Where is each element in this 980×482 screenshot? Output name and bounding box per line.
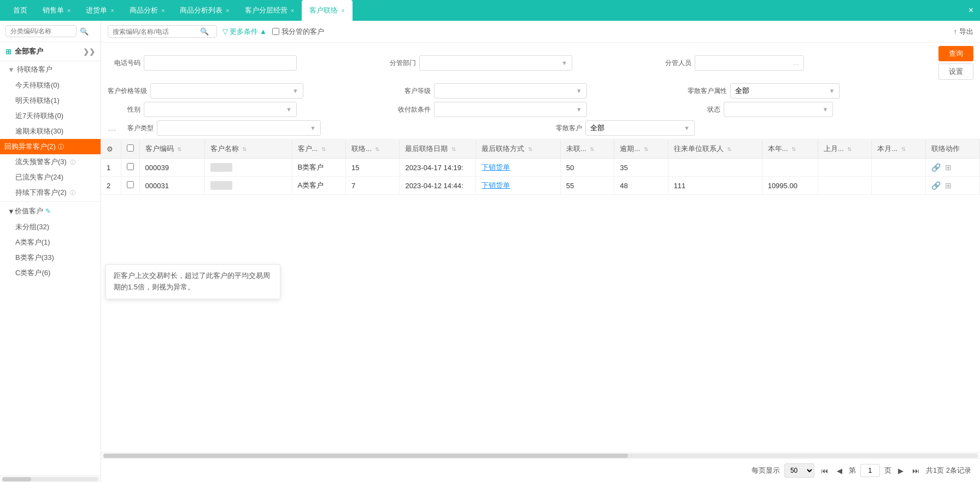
sidebar-c-class[interactable]: C类客户(6) — [0, 265, 101, 281]
settings-button[interactable]: 设置 — [938, 63, 973, 80]
manager-label: 分管人员 — [659, 59, 691, 68]
manager-select[interactable]: … — [695, 55, 804, 71]
query-button[interactable]: 查询 — [938, 46, 973, 61]
page-size-select[interactable]: 50 20 100 — [784, 463, 814, 478]
next-page-btn[interactable]: ▶ — [896, 466, 906, 476]
td-checkbox-2[interactable] — [121, 177, 139, 195]
page-number-input[interactable] — [860, 464, 880, 477]
method-link-2[interactable]: 下销货单 — [482, 181, 510, 189]
nav-purchase-close[interactable]: × — [110, 7, 114, 14]
customer-type-select[interactable]: ▼ — [157, 120, 321, 136]
th-name[interactable]: 客户名称 ⇅ — [204, 140, 292, 159]
sidebar-declining[interactable]: 持续下滑客户(2) ⓘ — [0, 185, 101, 200]
phone-label: 电话号码 — [108, 59, 140, 68]
td-method-1[interactable]: 下销货单 — [476, 159, 560, 177]
nav-product-list-close[interactable]: × — [226, 7, 229, 14]
gender-select[interactable]: ▼ — [144, 102, 297, 117]
retail-attr-select[interactable]: 全部 ▼ — [730, 83, 840, 98]
td-tmonth-1 — [872, 159, 925, 177]
th-unlinked[interactable]: 未联... ⇅ — [560, 140, 614, 159]
sidebar-tomorrow-pending[interactable]: 明天待联络(1) — [0, 93, 101, 108]
nav-customer-segment[interactable]: 客户分层经营 × — [237, 0, 302, 21]
my-customer-checkbox[interactable] — [272, 28, 279, 35]
sidebar-collapse-btn[interactable]: ❯❯ — [83, 48, 95, 56]
sort-tmonth-icon: ⇅ — [901, 146, 906, 152]
search-input[interactable] — [113, 28, 200, 36]
sidebar-pending-group[interactable]: ▼ 待联络客户 — [0, 61, 101, 78]
export-btn[interactable]: ↑ 导出 — [954, 27, 974, 37]
th-last-contact-date[interactable]: 最后联络日期 ⇅ — [400, 140, 476, 159]
sort-lmonth-icon: ⇅ — [847, 146, 852, 152]
customer-level-select[interactable]: ▼ — [434, 83, 587, 98]
td-unlinked-2: 55 — [560, 177, 614, 195]
filter-payment: 收付款条件 ▼ — [398, 102, 684, 117]
sidebar-search-input[interactable] — [5, 25, 77, 37]
sidebar-value-customer-group[interactable]: ▼ 价值客户 ✎ — [0, 203, 101, 219]
th-code[interactable]: 客户编码 ⇅ — [139, 140, 204, 159]
th-contact-person[interactable]: 往来单位联系人 ⇅ — [668, 140, 762, 159]
sidebar-b-class[interactable]: B类客户(33) — [0, 250, 101, 265]
nav-home[interactable]: 首页 — [5, 0, 35, 21]
first-page-btn[interactable]: ⏮ — [819, 466, 830, 476]
filter-dots[interactable]: … — [108, 123, 116, 133]
nav-product-analysis-close[interactable]: × — [161, 7, 165, 14]
nav-sales-close[interactable]: × — [67, 7, 71, 14]
td-method-2[interactable]: 下销货单 — [476, 177, 560, 195]
filter-customer-type: 客户类型 ▼ — [121, 120, 545, 136]
td-name-2 — [204, 177, 292, 195]
sidebar-unclassified[interactable]: 未分组(32) — [0, 219, 101, 235]
more-conditions-btn[interactable]: ▽ 更多条件 ▲ — [222, 27, 267, 37]
window-close-btn[interactable]: × — [969, 5, 973, 15]
grid-action-icon-1[interactable]: ⊞ — [945, 163, 952, 172]
td-checkbox-1[interactable] — [121, 159, 139, 177]
sidebar-7day-pending[interactable]: 近7天待联络(0) — [0, 108, 101, 124]
nav-customer-contact[interactable]: 客户联络 × — [302, 0, 352, 21]
my-customer-checkbox-area[interactable]: 我分管的客户 — [272, 27, 324, 37]
edit-icon[interactable]: ✎ — [45, 207, 51, 215]
nav-sales[interactable]: 销售单 × — [35, 0, 78, 21]
price-level-select[interactable]: ▼ — [150, 83, 303, 98]
customer-table: ⚙ 客户编码 ⇅ 客户名称 ⇅ — [101, 140, 980, 195]
th-last-contact-method[interactable]: 最后联络方式 ⇅ — [476, 140, 560, 159]
nav-product-list[interactable]: 商品分析列表 × — [172, 0, 237, 21]
th-this-month[interactable]: 本月... ⇅ — [872, 140, 925, 159]
h-scrollbar[interactable] — [101, 452, 980, 458]
sidebar-lost-warning[interactable]: 流失预警客户(3) ⓘ — [0, 154, 101, 170]
dept-select[interactable]: ▼ — [419, 55, 572, 71]
retail-customer-select[interactable]: 全部 ▼ — [585, 120, 695, 136]
th-customer-type[interactable]: 客户... ⇅ — [292, 140, 345, 159]
h-scrollbar-thumb[interactable] — [103, 454, 628, 458]
th-contact-count[interactable]: 联络... ⇅ — [345, 140, 399, 159]
sidebar-all-customers[interactable]: ⊞ 全部客户 ❯❯ — [0, 42, 101, 61]
search-icon[interactable]: 🔍 — [200, 27, 209, 36]
sidebar-a-class[interactable]: A类客户(1) — [0, 235, 101, 250]
payment-select[interactable]: ▼ — [434, 102, 587, 117]
grid-action-icon-2[interactable]: ⊞ — [945, 181, 952, 190]
nav-customer-contact-close[interactable]: × — [341, 7, 344, 14]
phone-input[interactable] — [144, 55, 297, 71]
nav-product-analysis[interactable]: 商品分析 × — [122, 0, 172, 21]
prev-page-btn[interactable]: ◀ — [835, 466, 844, 476]
row1-checkbox[interactable] — [127, 163, 134, 170]
sort-type-icon: ⇅ — [321, 146, 326, 152]
method-link-1[interactable]: 下销货单 — [482, 163, 510, 171]
sidebar-repurchase-abnormal[interactable]: 回购异常客户(2) ⓘ — [0, 139, 101, 154]
sidebar-overdue-pending[interactable]: 逾期未联络(30) — [0, 124, 101, 139]
status-select[interactable]: ▼ — [724, 102, 833, 117]
nav-customer-segment-close[interactable]: × — [291, 7, 294, 14]
th-checkbox[interactable] — [121, 140, 139, 159]
sidebar-search-icon[interactable]: 🔍 — [80, 27, 89, 36]
th-overdue[interactable]: 逾期... ⇅ — [614, 140, 668, 159]
nav-purchase[interactable]: 进货单 × — [78, 0, 121, 21]
link-icon-1[interactable]: 🔗 — [931, 163, 941, 172]
th-last-month[interactable]: 上月... ⇅ — [818, 140, 871, 159]
last-page-btn[interactable]: ⏭ — [910, 466, 922, 476]
th-action[interactable]: 联络动作 — [925, 140, 979, 159]
th-settings[interactable]: ⚙ — [101, 140, 121, 159]
th-this-year[interactable]: 本年... ⇅ — [762, 140, 818, 159]
sidebar-today-pending[interactable]: 今天待联络(0) — [0, 78, 101, 93]
link-icon-2[interactable]: 🔗 — [931, 181, 941, 190]
sidebar-already-lost[interactable]: 已流失客户(24) — [0, 170, 101, 185]
row2-checkbox[interactable] — [127, 181, 134, 188]
select-all-checkbox[interactable] — [127, 144, 134, 152]
